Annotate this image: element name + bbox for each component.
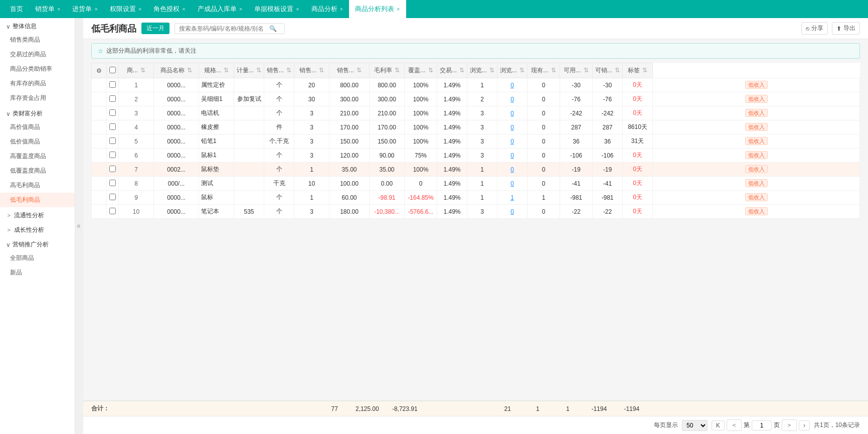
sidebar-item-low-coverage[interactable]: 低覆盖度商品 — [0, 164, 75, 178]
select-all-checkbox[interactable] — [109, 67, 116, 73]
row-select-checkbox[interactable] — [109, 81, 116, 88]
sidebar-item-traded-products[interactable]: 交易过的商品 — [0, 47, 75, 62]
search-input[interactable] — [179, 25, 269, 32]
row-checkbox[interactable] — [107, 78, 119, 92]
col-coverage[interactable]: 覆盖... ⇅ — [405, 63, 437, 78]
nav-sales-order[interactable]: 销货单 × — [29, 0, 66, 18]
close-icon[interactable]: × — [397, 6, 400, 12]
row-views1[interactable]: 0 — [497, 134, 528, 149]
nav-product-entry[interactable]: 产成品入库单 × — [192, 0, 248, 18]
prev-page-button[interactable]: ＜ — [727, 419, 742, 431]
col-views1[interactable]: 浏览... ⇅ — [467, 63, 497, 78]
sidebar-item-category-sales-rate[interactable]: 商品分类助销率 — [0, 62, 75, 76]
row-checkbox[interactable] — [107, 92, 119, 106]
col-tag[interactable]: 标签 ⇅ — [623, 63, 653, 78]
first-page-button[interactable]: K — [712, 420, 725, 430]
row-views1[interactable]: 0 — [497, 106, 528, 120]
sidebar-item-sales-products[interactable]: 销售类商品 — [0, 33, 75, 47]
row-settings[interactable] — [92, 106, 107, 120]
row-checkbox[interactable] — [107, 191, 119, 205]
row-settings[interactable] — [92, 78, 107, 92]
nav-product-analysis[interactable]: 商品分析 × — [305, 0, 349, 18]
sidebar-item-low-margin[interactable]: 低毛利商品 — [0, 193, 75, 207]
row-views1[interactable]: 0 — [497, 177, 528, 191]
row-select-checkbox[interactable] — [109, 109, 116, 116]
close-icon[interactable]: × — [340, 6, 343, 12]
row-select-checkbox[interactable] — [109, 208, 116, 214]
page-input[interactable] — [752, 420, 772, 430]
row-settings[interactable] — [92, 149, 107, 163]
next-page-button[interactable]: ＞ — [782, 419, 797, 431]
row-select-checkbox[interactable] — [109, 152, 116, 158]
sidebar-group-wealth[interactable]: ∨ 类财富分析 — [0, 105, 75, 120]
row-settings[interactable] — [92, 120, 107, 134]
row-select-checkbox[interactable] — [109, 194, 116, 200]
sidebar-item-all-products[interactable]: 全部商品 — [0, 251, 75, 265]
col-current-stock[interactable]: 现有... ⇅ — [528, 63, 560, 78]
col-sellable[interactable]: 可销... ⇅ — [593, 63, 623, 78]
nav-purchase-order[interactable]: 进货单 × — [66, 0, 103, 18]
sidebar-item-high-value[interactable]: 高价值商品 — [0, 120, 75, 134]
row-checkbox[interactable] — [107, 205, 119, 219]
sidebar-group-growth[interactable]: ＞ 成长性分析 — [0, 222, 75, 236]
nav-roles[interactable]: 角色授权 × — [147, 0, 191, 18]
row-checkbox[interactable] — [107, 106, 119, 120]
row-checkbox[interactable] — [107, 134, 119, 149]
share-button[interactable]: ⎋ 分享 — [801, 22, 828, 35]
export-button[interactable]: ⬆ 导出 — [832, 22, 860, 35]
sidebar-group-flow[interactable]: ＞ 流通性分析 — [0, 207, 75, 222]
date-filter-button[interactable]: 近一月 — [141, 23, 169, 34]
col-settings[interactable]: ⚙ — [92, 63, 107, 78]
row-views1[interactable]: 0 — [497, 149, 528, 163]
col-code[interactable]: 商... ⇅ — [119, 63, 154, 78]
row-views1[interactable]: 0 — [497, 78, 528, 92]
row-settings[interactable] — [92, 205, 107, 219]
sidebar-item-inventory-capital[interactable]: 库存资金占用 — [0, 91, 75, 105]
row-checkbox[interactable] — [107, 120, 119, 134]
sidebar-group-marketing[interactable]: ∨ 营销推广分析 — [0, 236, 75, 251]
close-icon[interactable]: × — [296, 6, 299, 12]
row-views1[interactable]: 0 — [497, 120, 528, 134]
sidebar-item-high-coverage[interactable]: 高覆盖度商品 — [0, 149, 75, 164]
row-settings[interactable] — [92, 134, 107, 149]
sidebar-item-low-value[interactable]: 低价值商品 — [0, 134, 75, 149]
col-gross-margin[interactable]: 毛利率 ⇅ — [370, 63, 405, 78]
page-size-select[interactable]: 10 20 50 100 — [682, 420, 708, 431]
col-spec[interactable]: 规格... ⇅ — [199, 63, 234, 78]
row-settings[interactable] — [92, 92, 107, 106]
nav-product-analysis-list[interactable]: 商品分析列表 × — [349, 0, 406, 18]
row-views1[interactable]: 0 — [497, 205, 528, 219]
nav-permissions[interactable]: 权限设置 × — [104, 0, 147, 18]
col-sales-price[interactable]: 销售... ⇅ — [294, 63, 329, 78]
row-select-checkbox[interactable] — [109, 95, 116, 102]
row-select-checkbox[interactable] — [109, 123, 116, 130]
sidebar-group-overall[interactable]: ∨ 整体信息 — [0, 18, 75, 33]
col-views2[interactable]: 浏览... ⇅ — [497, 63, 528, 78]
row-select-checkbox[interactable] — [109, 180, 116, 186]
col-name[interactable]: 商品名称 ⇅ — [154, 63, 199, 78]
col-transaction[interactable]: 交易... ⇅ — [437, 63, 467, 78]
last-page-button[interactable]: › — [799, 420, 810, 430]
close-icon[interactable]: × — [239, 6, 242, 12]
sidebar-item-new-products[interactable]: 新品 — [0, 265, 75, 280]
nav-home[interactable]: 首页 — [4, 0, 29, 18]
close-icon[interactable]: × — [138, 6, 141, 12]
row-views1[interactable]: 0 — [497, 163, 528, 177]
close-icon[interactable]: × — [182, 6, 185, 12]
row-checkbox[interactable] — [107, 149, 119, 163]
row-checkbox[interactable] — [107, 163, 119, 177]
col-sales-qty[interactable]: 销售... ⇅ — [264, 63, 294, 78]
col-available[interactable]: 可用... ⇅ — [560, 63, 593, 78]
row-checkbox[interactable] — [107, 177, 119, 191]
row-views1[interactable]: 0 — [497, 92, 528, 106]
row-select-checkbox[interactable] — [109, 166, 116, 172]
row-settings[interactable] — [92, 163, 107, 177]
row-settings[interactable] — [92, 177, 107, 191]
sidebar-collapse-button[interactable]: « — [75, 18, 83, 434]
close-icon[interactable]: × — [57, 6, 60, 12]
search-icon[interactable]: 🔍 — [269, 25, 277, 32]
sidebar-item-high-margin[interactable]: 高毛利商品 — [0, 178, 75, 193]
row-settings[interactable] — [92, 191, 107, 205]
sidebar-item-in-stock[interactable]: 有库存的商品 — [0, 76, 75, 91]
row-select-checkbox[interactable] — [109, 137, 116, 144]
